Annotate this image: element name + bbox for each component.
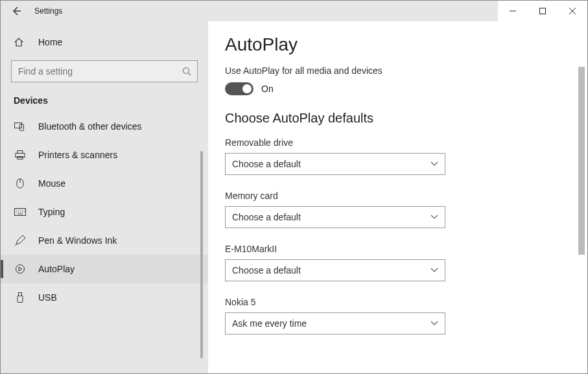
toggle-state-label: On (261, 84, 274, 94)
devices-icon (14, 122, 27, 131)
select-value: Choose a default (232, 265, 301, 275)
search-input[interactable] (11, 60, 198, 82)
toggle-row: On (225, 82, 570, 95)
nav-label: USB (38, 292, 57, 303)
select-removable-drive[interactable]: Choose a default (225, 153, 445, 175)
nav-label: Mouse (38, 178, 65, 189)
select-value: Choose a default (232, 159, 301, 169)
sidebar-item-bluetooth[interactable]: Bluetooth & other devices (1, 112, 208, 141)
nav-label: Printers & scanners (38, 150, 117, 160)
nav-list: Bluetooth & other devices Printers & sca… (1, 112, 208, 312)
svg-point-1 (183, 68, 189, 74)
select-nokia5[interactable]: Ask me every time (225, 312, 445, 334)
home-link[interactable]: Home (1, 32, 208, 53)
sidebar-item-typing[interactable]: Typing (1, 198, 208, 226)
sidebar: Home Devices Bluetooth & other devices (1, 21, 208, 373)
back-arrow-icon (11, 6, 21, 16)
field-em10: E-M10MarkII Choose a default (225, 244, 570, 281)
sidebar-item-mouse[interactable]: Mouse (1, 169, 208, 198)
svg-rect-10 (19, 293, 22, 296)
select-value: Ask me every time (232, 318, 307, 329)
settings-window: Settings Home (0, 0, 588, 374)
keyboard-icon (14, 208, 27, 216)
minimize-button[interactable] (498, 1, 528, 21)
main-scrollbar[interactable] (578, 67, 585, 255)
window-controls (498, 1, 587, 21)
select-memory-card[interactable]: Choose a default (225, 206, 445, 228)
search-icon (182, 67, 191, 76)
close-button[interactable] (558, 1, 587, 21)
page-title: AutoPlay (225, 34, 570, 55)
select-em10[interactable]: Choose a default (225, 259, 445, 281)
home-label: Home (38, 37, 62, 47)
field-nokia5: Nokia 5 Ask me every time (225, 297, 570, 334)
category-header: Devices (1, 93, 208, 112)
chevron-down-icon (430, 161, 438, 167)
maximize-icon (539, 8, 546, 14)
chevron-down-icon (430, 215, 438, 220)
sidebar-scrollbar[interactable] (200, 151, 203, 358)
maximize-button[interactable] (528, 1, 558, 21)
svg-rect-0 (540, 8, 546, 14)
field-label: Nokia 5 (225, 297, 570, 307)
sidebar-item-usb[interactable]: USB (1, 283, 208, 312)
mouse-icon (14, 178, 27, 189)
defaults-heading: Choose AutoPlay defaults (225, 111, 570, 126)
svg-rect-4 (18, 151, 23, 154)
minimize-icon (510, 8, 516, 14)
pen-icon (14, 235, 27, 246)
sidebar-item-pen[interactable]: Pen & Windows Ink (1, 226, 208, 255)
printer-icon (14, 150, 27, 159)
content-area: Home Devices Bluetooth & other devices (1, 21, 587, 373)
select-value: Choose a default (232, 212, 301, 222)
sidebar-item-printers[interactable]: Printers & scanners (1, 141, 208, 169)
svg-point-9 (16, 265, 25, 274)
field-removable-drive: Removable drive Choose a default (225, 137, 570, 175)
field-memory-card: Memory card Choose a default (225, 191, 570, 228)
nav-label: AutoPlay (38, 264, 75, 274)
nav-label: Typing (38, 207, 65, 217)
svg-rect-11 (18, 296, 23, 303)
main-panel: AutoPlay Use AutoPlay for all media and … (208, 21, 587, 373)
field-label: Memory card (225, 191, 570, 201)
field-label: Removable drive (225, 137, 570, 148)
home-icon (14, 37, 27, 47)
window-title: Settings (34, 6, 62, 16)
usb-icon (14, 292, 27, 303)
autoplay-toggle[interactable] (225, 82, 253, 95)
search-wrap (11, 60, 198, 82)
autoplay-icon (14, 264, 27, 274)
svg-rect-2 (15, 123, 22, 128)
toggle-section-label: Use AutoPlay for all media and devices (225, 65, 570, 76)
back-button[interactable] (1, 1, 32, 21)
field-label: E-M10MarkII (225, 244, 570, 254)
titlebar: Settings (1, 1, 587, 21)
sidebar-item-autoplay[interactable]: AutoPlay (1, 255, 208, 283)
chevron-down-icon (430, 268, 438, 273)
chevron-down-icon (430, 321, 438, 326)
close-icon (569, 8, 576, 14)
nav-label: Pen & Windows Ink (38, 235, 117, 246)
nav-label: Bluetooth & other devices (38, 121, 142, 132)
